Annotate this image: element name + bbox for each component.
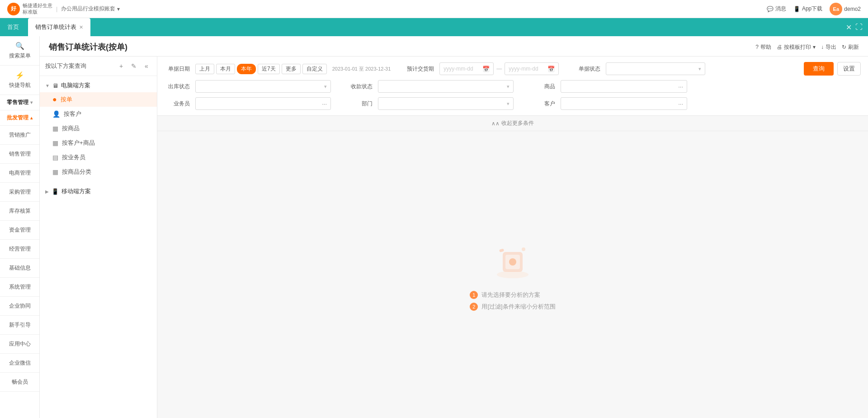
empty-state: 1 请先选择要分析的方案 2 用[过滤]条件来缩小分析范围 [157, 131, 868, 418]
close-tab-button[interactable]: ✕ [846, 23, 852, 32]
product-label: 商品 [530, 83, 555, 90]
payment-status-select[interactable]: ▾ [378, 80, 514, 93]
date-range-text: 2023-01-01 至 2023-12-31 [332, 66, 391, 72]
add-scheme-button[interactable]: + [116, 61, 126, 71]
delivery-date-to[interactable]: yyyy-mm-dd 📅 [505, 62, 559, 75]
thisyear-button[interactable]: 本年 [237, 64, 256, 74]
payment-status-label: 收款状态 [347, 83, 373, 90]
order-status-select[interactable]: ▾ [606, 62, 705, 75]
sidebar-item-enterprise[interactable]: 企业协同 [0, 297, 39, 316]
sidebar-item-search[interactable]: 🔍 搜索菜单 [0, 36, 39, 66]
scheme-by-salesperson[interactable]: ▤ 按业务员 [40, 150, 157, 165]
search-button[interactable]: 查询 [804, 62, 834, 76]
filter-row-sales: 业务员 ··· 部门 ▾ 客户 ··· [165, 97, 861, 110]
customer-more-icon[interactable]: ··· [678, 100, 683, 107]
date-separator: — [496, 66, 502, 72]
sidebar-item-system[interactable]: 系统管理 [0, 278, 39, 297]
collapse-text: ∧∧ 收起更多条件 [491, 119, 534, 127]
sidebar-item-member[interactable]: 畅会员 [0, 373, 39, 392]
expand-button[interactable]: ⛶ [855, 23, 863, 31]
last7days-button[interactable]: 近7天 [258, 64, 280, 74]
hint-circle-2: 2 [470, 303, 478, 311]
collapsed-arrow-icon: ▶ [45, 189, 49, 194]
sidebar-item-wechat[interactable]: 企业微信 [0, 354, 39, 373]
sidebar-item-basic[interactable]: 基础信息 [0, 259, 39, 278]
sidebar-item-inventory[interactable]: 库存核算 [0, 202, 39, 221]
tab-bar-actions: ✕ ⛶ [846, 23, 868, 32]
svg-point-3 [509, 258, 516, 266]
top-bar-left: 好 畅捷通好生意 标准版 | 办公用品行业模拟账套 ▾ [7, 3, 120, 15]
edit-scheme-button[interactable]: ✎ [129, 61, 139, 71]
export-button[interactable]: ↓ 导出 [821, 43, 836, 51]
left-panel: 按以下方案查询 + ✎ « ▼ 🖥 电脑端方案 ● [40, 57, 157, 418]
custom-date-button[interactable]: 自定义 [302, 64, 327, 74]
refresh-button[interactable]: ↻ 刷新 [842, 43, 859, 51]
user-profile[interactable]: Ea demo2 [830, 3, 861, 15]
mobile-section-title[interactable]: ▶ 📱 移动端方案 [40, 185, 157, 198]
sidebar-item-purchase[interactable]: 采购管理 [0, 183, 39, 202]
scheme-by-product[interactable]: ▦ 按商品 [40, 121, 157, 136]
lastmonth-button[interactable]: 上月 [195, 64, 214, 74]
sidebar-item-quicknav[interactable]: ⚡ 快捷导航 [0, 66, 39, 95]
desktop-scheme-section: ▼ 🖥 电脑端方案 ● 按单 👤 按客户 ▦ 按商品 [40, 76, 157, 182]
sidebar-item-sales[interactable]: 销售管理 [0, 145, 39, 164]
collapse-bar[interactable]: ∧∧ 收起更多条件 [157, 116, 868, 131]
sidebar-item-appcenter[interactable]: 应用中心 [0, 335, 39, 354]
tab-home[interactable]: 首页 [0, 18, 26, 36]
right-panel: 单据日期 上月 本月 本年 近7天 更多 自定义 2023-01-01 至 20… [157, 57, 868, 418]
empty-hint-1: 1 请先选择要分析的方案 [470, 291, 555, 299]
empty-hint-2: 2 用[过滤]条件来缩小分析范围 [470, 303, 555, 311]
scheme-by-category[interactable]: ▦ 按商品分类 [40, 165, 157, 179]
breadcrumb[interactable]: 办公用品行业模拟账套 ▾ [61, 5, 120, 13]
page-header-actions: ? 帮助 🖨 按模板打印 ▾ ↓ 导出 ↻ 刷新 [755, 43, 859, 51]
sidebar-item-newbie[interactable]: 新手引导 [0, 316, 39, 335]
message-button[interactable]: 💬 消息 [767, 5, 786, 13]
department-select[interactable]: ▾ [378, 97, 514, 110]
delivery-date-from[interactable]: yyyy-mm-dd 📅 [439, 62, 494, 75]
setting-button[interactable]: 设置 [837, 62, 861, 76]
salesperson-input[interactable]: ··· [195, 97, 331, 110]
filter-action-buttons: 查询 设置 [804, 62, 861, 76]
thismonth-button[interactable]: 本月 [216, 64, 235, 74]
app-icon: 📱 [793, 6, 800, 12]
sidebar-item-operations[interactable]: 经营管理 [0, 240, 39, 259]
empty-illustration [490, 238, 535, 284]
delivery-select-arrow-icon: ▾ [324, 84, 327, 90]
tab-close-icon[interactable]: ✕ [79, 24, 83, 30]
sidebar-item-marketing[interactable]: 营销推广 [0, 126, 39, 145]
circle-icon: ● [52, 95, 57, 104]
customer-input[interactable]: ··· [561, 97, 687, 110]
sidebar-item-wholesale[interactable]: 批发管理 ▴ [0, 110, 39, 126]
tab-bar: 首页 销售订单统计表 ✕ ✕ ⛶ [0, 18, 868, 36]
filter-area: 单据日期 上月 本月 本年 近7天 更多 自定义 2023-01-01 至 20… [157, 57, 868, 116]
expected-delivery-label: 预计交货期 [407, 65, 434, 73]
salesperson-more-icon[interactable]: ··· [322, 100, 327, 107]
app-download-button[interactable]: 📱 App下载 [793, 5, 822, 13]
print-button[interactable]: 🖨 按模板打印 ▾ [777, 43, 816, 51]
scheme-by-order[interactable]: ● 按单 [40, 92, 157, 107]
delivery-status-select[interactable]: ▾ [195, 80, 331, 93]
tab-order-stats[interactable]: 销售订单统计表 ✕ [28, 18, 90, 36]
content-area: 销售订单统计表(按单) ? 帮助 🖨 按模板打印 ▾ ↓ 导出 ↻ 刷新 [40, 36, 868, 418]
sidebar-item-finance[interactable]: 资金管理 [0, 221, 39, 240]
sidebar-item-retail[interactable]: 零售管理 ▾ [0, 95, 39, 110]
product-more-icon[interactable]: ··· [678, 83, 683, 90]
product-input[interactable]: ··· [561, 80, 687, 93]
avatar: Ea [830, 3, 842, 15]
scheme-by-customer[interactable]: 👤 按客户 [40, 107, 157, 121]
expand-arrow-icon: ▼ [45, 83, 50, 88]
help-button[interactable]: ? 帮助 [755, 43, 771, 51]
expected-delivery-input: yyyy-mm-dd 📅 — yyyy-mm-dd 📅 [439, 62, 559, 75]
left-panel-header: 按以下方案查询 + ✎ « [40, 57, 157, 76]
page-header: 销售订单统计表(按单) ? 帮助 🖨 按模板打印 ▾ ↓ 导出 ↻ 刷新 [40, 36, 868, 57]
sidebar-item-ecommerce[interactable]: 电商管理 [0, 164, 39, 183]
person-icon: 👤 [52, 110, 60, 118]
chevron-icon: ▾ [30, 100, 33, 105]
desktop-section-title[interactable]: ▼ 🖥 电脑端方案 [40, 79, 157, 92]
department-arrow-icon: ▾ [507, 101, 509, 107]
collapse-panel-button[interactable]: « [142, 61, 151, 71]
print-icon: 🖨 [777, 44, 782, 50]
scheme-by-cust-prod[interactable]: ▦ 按客户+商品 [40, 136, 157, 150]
quicknav-icon: ⚡ [15, 71, 24, 80]
more-date-button[interactable]: 更多 [282, 64, 301, 74]
